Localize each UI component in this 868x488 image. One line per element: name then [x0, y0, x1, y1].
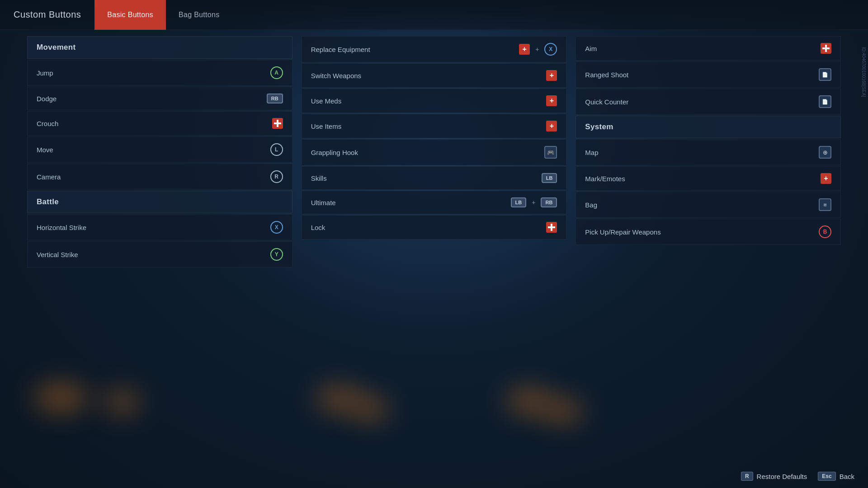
row-use-meds[interactable]: Use Meds + [302, 89, 567, 113]
replace-equipment-icon: + + X [519, 43, 557, 56]
switch-weapons-plus: + [546, 70, 557, 81]
row-horizontal-strike[interactable]: Horizontal Strike X [27, 214, 292, 240]
ultimate-icon: LB + RB [511, 197, 557, 207]
use-items-plus: + [546, 121, 557, 131]
use-items-icon: + [546, 121, 557, 131]
blob-1 [34, 384, 88, 411]
switch-weapons-icon: + [546, 70, 557, 81]
svg-rect-5 [547, 223, 550, 226]
row-switch-weapons[interactable]: Switch Weapons + [302, 63, 567, 88]
pickup-repair-icon: B [819, 225, 831, 238]
row-dodge[interactable]: Dodge RB [27, 87, 292, 110]
row-pickup-repair[interactable]: Pick Up/Repair Weapons B [576, 219, 841, 245]
restore-label: Restore Defaults [757, 473, 807, 480]
use-meds-plus: + [546, 95, 557, 106]
tab-bag-buttons[interactable]: Bag Buttons [166, 0, 232, 30]
btn-rb-2: RB [541, 197, 557, 207]
btn-lb: LB [542, 173, 557, 183]
btn-x: X [270, 221, 283, 234]
row-jump[interactable]: Jump A [27, 60, 292, 86]
crouch-icon [272, 118, 283, 129]
back-key: Esc [818, 472, 835, 481]
qc-btn: 📄 [819, 95, 831, 108]
vertical-strike-icon: Y [270, 248, 283, 261]
row-grappling-hook[interactable]: Grappling Hook 🎮 [302, 139, 567, 165]
blob-2 [104, 391, 140, 413]
ranged-shoot-icon: 📄 [819, 68, 831, 81]
section-battle: Battle [27, 191, 292, 213]
row-map[interactable]: Map ⊕ [576, 139, 841, 165]
btn-b: B [819, 225, 831, 238]
skills-icon: LB [542, 173, 557, 183]
btn-y: Y [270, 248, 283, 261]
grappling-hook-icon: 🎮 [544, 146, 557, 159]
bottombar: R Restore Defaults Esc Back [727, 465, 868, 488]
column-1: Movement Jump A Dodge RB Crouch [27, 36, 292, 267]
tab-basic-buttons[interactable]: Basic Buttons [94, 0, 166, 30]
row-replace-equipment[interactable]: Replace Equipment + + X [302, 36, 567, 62]
side-label: ID:4046700100168[SEA] [859, 45, 868, 99]
bag-btn: ≡ [819, 198, 831, 211]
btn-r: R [270, 170, 283, 183]
page-title: Custom Buttons [0, 9, 94, 20]
row-vertical-strike[interactable]: Vertical Strike Y [27, 241, 292, 267]
svg-rect-2 [274, 119, 276, 122]
svg-rect-4 [548, 226, 555, 228]
horizontal-strike-icon: X [270, 221, 283, 234]
btn-a: A [270, 66, 283, 79]
main-content: Movement Jump A Dodge RB Crouch [27, 36, 841, 267]
bag-icon: ≡ [819, 198, 831, 211]
topbar: Custom Buttons Basic Buttons Bag Buttons [0, 0, 868, 30]
row-aim[interactable]: Aim [576, 36, 841, 61]
column-3: Aim Ranged Shoot 📄 Quick Counter [576, 36, 841, 267]
section-movement: Movement [27, 36, 292, 59]
section-system: System [576, 116, 841, 138]
hook-btn: 🎮 [544, 146, 557, 159]
row-use-items[interactable]: Use Items + [302, 114, 567, 138]
replace-x-btn: X [544, 43, 557, 56]
row-move[interactable]: Move L [27, 136, 292, 163]
camera-button-icon: R [270, 170, 283, 183]
restore-defaults-button[interactable]: R Restore Defaults [741, 472, 807, 481]
btn-l: L [270, 143, 283, 156]
row-camera[interactable]: Camera R [27, 164, 292, 190]
dodge-button-icon: RB [267, 94, 283, 103]
row-ranged-shoot[interactable]: Ranged Shoot 📄 [576, 61, 841, 88]
lock-plus [546, 222, 557, 233]
row-skills[interactable]: Skills LB [302, 166, 567, 190]
back-button[interactable]: Esc Back [818, 472, 854, 481]
jump-button-icon: A [270, 66, 283, 79]
btn-rb: RB [267, 94, 283, 103]
svg-rect-7 [822, 47, 830, 49]
row-bag[interactable]: Bag ≡ [576, 192, 841, 218]
row-crouch[interactable]: Crouch [27, 111, 292, 136]
map-btn: ⊕ [819, 146, 831, 159]
map-icon: ⊕ [819, 146, 831, 159]
svg-rect-1 [274, 122, 281, 124]
row-mark-emotes[interactable]: Mark/Emotes + [576, 166, 841, 191]
mark-emotes-icon: + [821, 173, 831, 184]
crouch-button-icon [272, 118, 283, 129]
use-meds-icon: + [546, 95, 557, 106]
mark-plus: + [821, 173, 831, 184]
blob-6 [542, 400, 583, 422]
lock-icon [546, 222, 557, 233]
aim-plus [821, 43, 831, 54]
restore-key: R [741, 472, 753, 481]
row-lock[interactable]: Lock [302, 215, 567, 239]
row-ultimate[interactable]: Ultimate LB + RB [302, 191, 567, 214]
back-label: Back [840, 473, 854, 480]
quick-counter-icon: 📄 [819, 95, 831, 108]
replace-cross-icon: + [519, 44, 530, 55]
btn-lb-2: LB [511, 197, 527, 207]
blob-4 [353, 398, 389, 420]
column-2: Replace Equipment + + X Switch Weapons +… [302, 36, 567, 267]
move-button-icon: L [270, 143, 283, 156]
ranged-btn: 📄 [819, 68, 831, 81]
svg-rect-8 [822, 44, 825, 47]
row-quick-counter[interactable]: Quick Counter 📄 [576, 89, 841, 115]
aim-icon [821, 43, 831, 54]
